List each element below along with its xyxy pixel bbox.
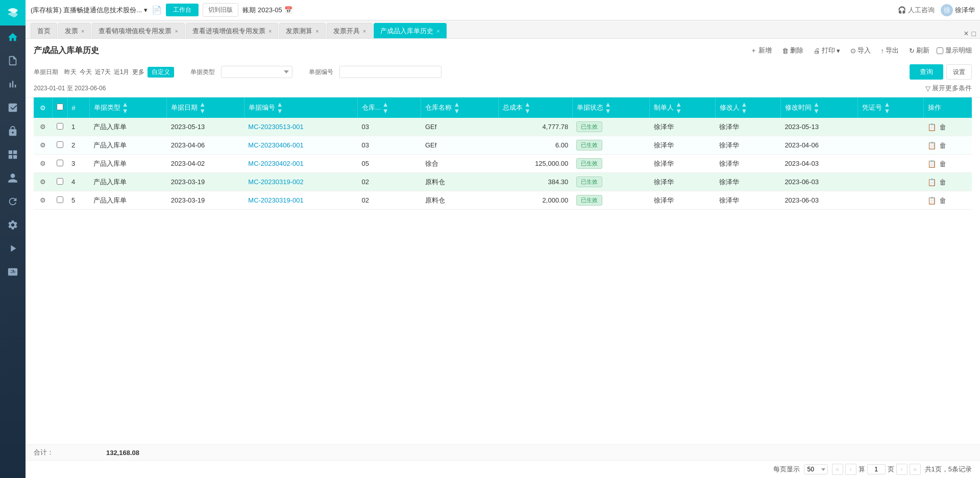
page-first-button[interactable]: « — [832, 464, 843, 475]
tab-view-purchase-vat[interactable]: 查看进项增值税专用发票 × — [186, 23, 278, 38]
th-creator[interactable]: 制单人▲▼ — [650, 97, 715, 118]
quick-date-yesterday[interactable]: 昨天 — [64, 68, 77, 77]
td-settings-3[interactable]: ⚙ — [34, 173, 52, 191]
op-edit-icon-2[interactable]: 📋 — [927, 160, 936, 168]
page-number-input[interactable] — [867, 464, 886, 474]
th-bill-status[interactable]: 单据状态▲▼ — [572, 97, 650, 118]
op-delete-icon-1[interactable]: 🗑 — [939, 141, 946, 149]
per-page-select[interactable]: 50 20 100 — [804, 464, 828, 474]
th-modifier[interactable]: 修改人▲▼ — [715, 97, 780, 118]
print-button[interactable]: 🖨 打印 ▾ — [811, 45, 843, 56]
bill-no-link-1[interactable]: MC-20230406-001 — [248, 141, 303, 149]
refresh-button[interactable]: ↻ 刷新 — [906, 45, 933, 56]
td-bill-no-4[interactable]: MC-20230319-001 — [244, 191, 357, 210]
tab-view-sales-vat-close[interactable]: × — [175, 28, 178, 34]
bill-type-select[interactable] — [221, 66, 292, 78]
op-delete-icon-2[interactable]: 🗑 — [939, 160, 946, 168]
row-checkbox-2[interactable] — [57, 160, 63, 166]
th-total-cost[interactable]: 总成本▲▼ — [498, 97, 572, 118]
export-button[interactable]: ↑ 导出 — [878, 45, 902, 56]
tab-invoice-open-close[interactable]: × — [363, 28, 366, 34]
bill-no-link-2[interactable]: MC-20230402-001 — [248, 160, 303, 167]
show-detail-toggle[interactable]: 显示明细 — [937, 46, 972, 55]
th-warehouse-code[interactable]: 仓库...▲▼ — [357, 97, 421, 118]
row-checkbox-3[interactable] — [57, 178, 63, 185]
workbench-button[interactable]: 工作台 — [166, 4, 199, 16]
sidebar-item-play[interactable] — [0, 237, 26, 260]
th-modify-time[interactable]: 修改时间▲▼ — [780, 97, 858, 118]
tab-invoice-open[interactable]: 发票开具 × — [327, 23, 373, 38]
row-settings-icon[interactable]: ⚙ — [40, 123, 46, 131]
sidebar-item-chart[interactable] — [0, 72, 26, 96]
td-bill-no-0[interactable]: MC-20230513-001 — [244, 118, 357, 136]
page-next-button[interactable]: › — [896, 464, 908, 475]
quick-date-today[interactable]: 今天 — [80, 68, 92, 77]
switch-old-button[interactable]: 切到旧版 — [203, 3, 238, 17]
sidebar-item-home[interactable] — [0, 26, 26, 49]
op-edit-icon-3[interactable]: 📋 — [927, 178, 936, 186]
op-delete-icon-0[interactable]: 🗑 — [939, 123, 946, 131]
support-button[interactable]: 🎧 人工咨询 — [898, 6, 935, 15]
td-settings-1[interactable]: ⚙ — [34, 136, 52, 155]
tab-product-in[interactable]: 产成品入库单历史 × — [374, 23, 446, 38]
quick-date-custom[interactable]: 自定义 — [148, 67, 174, 78]
row-checkbox-0[interactable] — [57, 123, 63, 130]
th-bill-date[interactable]: 单据日期▲▼ — [167, 97, 244, 118]
sidebar-item-grid[interactable] — [0, 143, 26, 166]
td-bill-no-3[interactable]: MC-20230319-002 — [244, 173, 357, 191]
sidebar-item-document[interactable] — [0, 49, 26, 72]
add-button[interactable]: ＋ 新增 — [747, 45, 775, 56]
op-edit-icon-1[interactable]: 📋 — [927, 141, 936, 149]
tab-invoice[interactable]: 发票 × — [58, 23, 91, 38]
sidebar-item-report[interactable] — [0, 96, 26, 119]
show-detail-checkbox[interactable] — [937, 47, 943, 54]
tab-home[interactable]: 首页 — [31, 23, 57, 38]
tab-close-all[interactable]: × — [964, 29, 968, 38]
th-warehouse-name[interactable]: 仓库名称▲▼ — [421, 97, 499, 118]
op-delete-icon-3[interactable]: 🗑 — [939, 178, 946, 186]
sidebar-item-vip[interactable] — [0, 260, 26, 284]
tab-maximize[interactable]: □ — [972, 30, 976, 38]
quick-date-more[interactable]: 更多 — [132, 68, 144, 77]
set-button[interactable]: 设置 — [946, 64, 972, 80]
th-bill-type[interactable]: 单据类型▲▼ — [89, 97, 167, 118]
calendar-icon[interactable]: 📅 — [284, 6, 292, 14]
td-settings-2[interactable]: ⚙ — [34, 155, 52, 173]
th-bill-no[interactable]: 单据编号▲▼ — [244, 97, 357, 118]
row-settings-icon[interactable]: ⚙ — [40, 196, 46, 204]
sidebar-item-settings[interactable] — [0, 213, 26, 237]
td-bill-no-1[interactable]: MC-20230406-001 — [244, 136, 357, 155]
delete-button[interactable]: 🗑 删除 — [779, 45, 806, 56]
tab-invoice-calc[interactable]: 发票测算 × — [279, 23, 325, 38]
th-voucher-no[interactable]: 凭证号▲▼ — [858, 97, 923, 118]
page-prev-button[interactable]: ‹ — [845, 464, 856, 475]
quick-date-7days[interactable]: 近7天 — [95, 68, 111, 77]
op-edit-icon-4[interactable]: 📋 — [927, 196, 936, 205]
op-edit-icon-0[interactable]: 📋 — [927, 123, 936, 131]
tab-view-purchase-vat-close[interactable]: × — [268, 28, 272, 34]
tab-view-sales-vat[interactable]: 查看销项增值税专用发票 × — [92, 23, 184, 38]
sidebar-item-person[interactable] — [0, 166, 26, 190]
tab-invoice-close[interactable]: × — [81, 28, 84, 34]
row-settings-icon[interactable]: ⚙ — [40, 160, 46, 167]
tab-invoice-calc-close[interactable]: × — [315, 28, 318, 34]
bill-no-link-0[interactable]: MC-20230513-001 — [248, 123, 303, 131]
expand-filter-button[interactable]: ▽ 展开更多条件 — [925, 84, 972, 93]
bill-no-input[interactable] — [339, 66, 442, 78]
td-settings-4[interactable]: ⚙ — [34, 191, 52, 210]
select-all-checkbox[interactable] — [57, 104, 63, 110]
row-checkbox-1[interactable] — [57, 141, 63, 148]
quick-date-1month[interactable]: 近1月 — [114, 68, 130, 77]
query-button[interactable]: 查询 — [910, 64, 943, 80]
sidebar-item-refresh[interactable] — [0, 190, 26, 213]
tab-product-in-close[interactable]: × — [436, 28, 439, 34]
import-button[interactable]: ⊙ 导入 — [847, 45, 874, 56]
page-last-button[interactable]: » — [910, 464, 921, 475]
th-settings[interactable]: ⚙ — [34, 97, 52, 118]
row-settings-icon[interactable]: ⚙ — [40, 178, 46, 186]
user-profile[interactable]: 徐 徐泽华 — [941, 4, 975, 16]
row-settings-icon[interactable]: ⚙ — [40, 141, 46, 149]
bill-no-link-3[interactable]: MC-20230319-002 — [248, 178, 303, 186]
td-settings-0[interactable]: ⚙ — [34, 118, 52, 136]
company-selector[interactable]: (库存核算) 直播畅捷通信息技术股份... ▾ — [31, 6, 148, 15]
